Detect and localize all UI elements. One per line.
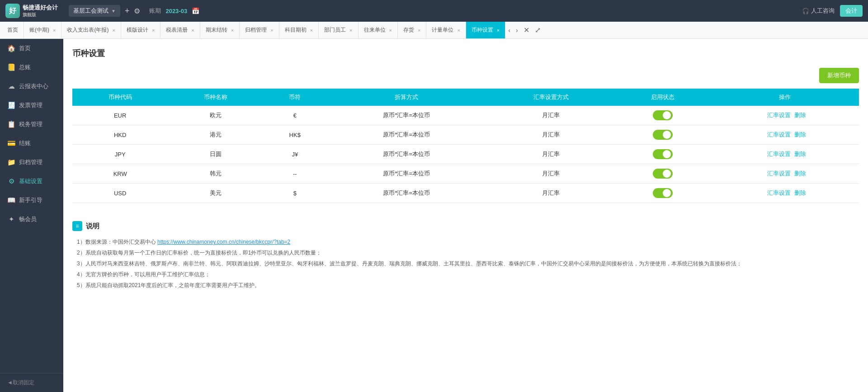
tab-expand-button[interactable]: ⤢	[532, 26, 543, 34]
sidebar-item-guide[interactable]: 📖 新手引导	[0, 191, 63, 210]
calendar-icon[interactable]: 📅	[192, 7, 199, 14]
cell-symbol: €	[264, 106, 326, 125]
notes-external-link[interactable]: https://www.chinamoney.com.cn/chinese/bk…	[157, 239, 290, 245]
top-right-area: 🎧 人工咨询 会计	[802, 5, 863, 17]
sidebar-item-settings[interactable]: ⚙ 基础设置	[0, 172, 63, 191]
toggle-switch[interactable]	[653, 149, 673, 159]
cell-enabled[interactable]	[615, 164, 710, 184]
sidebar-item-archive[interactable]: 📁 归档管理	[0, 153, 63, 172]
cell-name: 韩元	[168, 164, 263, 184]
new-currency-button[interactable]: 新增币种	[819, 68, 859, 83]
table-row: KRW韩元--原币*汇率=本位币月汇率汇率设置删除	[72, 164, 859, 184]
rate-settings-link[interactable]: 汇率设置	[767, 151, 791, 157]
cell-calc: 原币*汇率=本位币	[326, 184, 487, 203]
rate-settings-link[interactable]: 汇率设置	[767, 170, 791, 177]
tab-period[interactable]: 账(中期) ×	[24, 22, 61, 39]
action-bar: 新增币种	[72, 68, 859, 83]
delete-link[interactable]: 删除	[794, 131, 806, 138]
tab-tax[interactable]: 税表清册 ×	[160, 22, 200, 39]
tab-unit[interactable]: 计量单位 ×	[426, 22, 466, 39]
sidebar-item-ledger[interactable]: 📒 总账	[0, 58, 63, 77]
toggle-switch[interactable]	[653, 169, 673, 179]
sidebar-label-invoices: 发票管理	[19, 101, 42, 109]
cell-rate-type: 月汇率	[487, 145, 615, 164]
table-row: USD美元$原币*汇率=本位币月汇率汇率设置删除	[72, 184, 859, 203]
logo-icon: 好	[5, 4, 20, 18]
org-dropdown-arrow: ▼	[111, 9, 116, 14]
delete-link[interactable]: 删除	[794, 112, 806, 118]
cell-enabled[interactable]	[615, 184, 710, 203]
cell-enabled[interactable]	[615, 145, 710, 164]
sidebar-item-member[interactable]: ✦ 畅会员	[0, 210, 63, 229]
rate-settings-link[interactable]: 汇率设置	[767, 189, 791, 196]
cell-enabled[interactable]	[615, 106, 710, 125]
tab-income-report-label: 收入支出表(年报)	[67, 26, 108, 34]
tab-inventory[interactable]: 存货 ×	[398, 22, 426, 39]
sidebar-item-tax[interactable]: 📋 税务管理	[0, 115, 63, 134]
tab-archive[interactable]: 归档管理 ×	[240, 22, 279, 39]
logo-area: 好 畅捷通好会计 旗舰版	[5, 4, 64, 18]
cell-name: 港元	[168, 125, 263, 145]
toggle-switch[interactable]	[653, 130, 673, 140]
table-row: EUR欧元€原币*汇率=本位币月汇率汇率设置删除	[72, 106, 859, 125]
tab-template-close[interactable]: ×	[152, 28, 155, 33]
tab-dept-staff-label: 部门员工	[324, 26, 346, 34]
col-enabled: 启用状态	[615, 89, 710, 106]
tab-template[interactable]: 模版设计 ×	[121, 22, 160, 39]
tab-subject-init-close[interactable]: ×	[310, 28, 313, 33]
tab-close-all-button[interactable]: ✕	[521, 26, 532, 34]
sidebar-label-reports: 云报表中心	[19, 82, 48, 90]
sidebar-item-invoices[interactable]: 🧾 发票管理	[0, 96, 63, 115]
customer-service-button[interactable]: 🎧 人工咨询	[802, 7, 835, 15]
tab-period-close[interactable]: ×	[53, 28, 56, 33]
delete-link[interactable]: 删除	[794, 170, 806, 177]
main-layout: 🏠 首页 📒 总账 ☁ 云报表中心 🧾 发票管理 📋 税务管理 💳 结账 📁 归…	[0, 39, 868, 392]
tab-contacts-label: 往来单位	[364, 26, 386, 34]
tab-tax-close[interactable]: ×	[191, 28, 194, 33]
cell-code: EUR	[72, 106, 168, 125]
cell-actions: 汇率设置删除	[711, 106, 859, 125]
delete-link[interactable]: 删除	[794, 151, 806, 157]
tab-currency-label: 币种设置	[472, 26, 493, 34]
note-item: 2）系统自动获取每月第一个工作日的汇率标价，统一为直接标价法，即1外币可以兑换的…	[77, 247, 859, 258]
tab-archive-close[interactable]: ×	[270, 28, 273, 33]
tab-home[interactable]: 首页	[2, 22, 24, 39]
tab-subject-init[interactable]: 科目期初 ×	[279, 22, 319, 39]
tab-contacts[interactable]: 往来单位 ×	[359, 22, 398, 39]
tab-currency-close[interactable]: ×	[497, 28, 500, 33]
tab-contacts-close[interactable]: ×	[389, 28, 392, 33]
tab-unit-label: 计量单位	[432, 26, 453, 34]
invoice-icon: 🧾	[7, 101, 15, 109]
cell-symbol: $	[264, 184, 326, 203]
tab-period-end[interactable]: 期末结转 ×	[200, 22, 240, 39]
cell-calc: 原币*汇率=本位币	[326, 145, 487, 164]
tab-inventory-close[interactable]: ×	[418, 28, 420, 33]
tab-income-report-close[interactable]: ×	[112, 28, 115, 33]
currency-table: 币种代码 币种名称 币符 折算方式 汇率设置方式 启用状态 操作 EUR欧元€原…	[72, 89, 859, 203]
sidebar-item-home[interactable]: 🏠 首页	[0, 39, 63, 58]
tab-period-end-close[interactable]: ×	[231, 28, 234, 33]
tab-nav-prev[interactable]: ‹	[505, 27, 513, 34]
sidebar-item-reports[interactable]: ☁ 云报表中心	[0, 77, 63, 96]
sidebar-label-archive: 归档管理	[19, 158, 42, 166]
sidebar-pin-toggle[interactable]: ◄取消固定	[0, 373, 63, 392]
cell-enabled[interactable]	[615, 125, 710, 145]
toggle-switch[interactable]	[653, 188, 673, 198]
tab-unit-close[interactable]: ×	[457, 28, 460, 33]
account-button[interactable]: 会计	[840, 5, 863, 17]
gear-icon: ⚙	[7, 177, 15, 185]
toggle-switch[interactable]	[653, 110, 673, 120]
delete-link[interactable]: 删除	[794, 189, 806, 196]
org-selector[interactable]: 基层工会测试 ▼	[69, 5, 120, 17]
tab-dept-staff[interactable]: 部门员工 ×	[319, 22, 358, 39]
sidebar-item-checkout[interactable]: 💳 结账	[0, 134, 63, 153]
settings-gear-icon[interactable]: ⚙	[134, 7, 140, 15]
rate-settings-link[interactable]: 汇率设置	[767, 112, 791, 118]
add-tab-button[interactable]: +	[125, 6, 130, 16]
tab-nav-next[interactable]: ›	[513, 27, 521, 34]
tab-income-report[interactable]: 收入支出表(年报) ×	[61, 22, 121, 39]
sidebar-label-ledger: 总账	[19, 63, 31, 71]
tab-dept-staff-close[interactable]: ×	[349, 28, 352, 33]
tab-currency[interactable]: 币种设置 ×	[466, 22, 505, 39]
rate-settings-link[interactable]: 汇率设置	[767, 131, 791, 138]
